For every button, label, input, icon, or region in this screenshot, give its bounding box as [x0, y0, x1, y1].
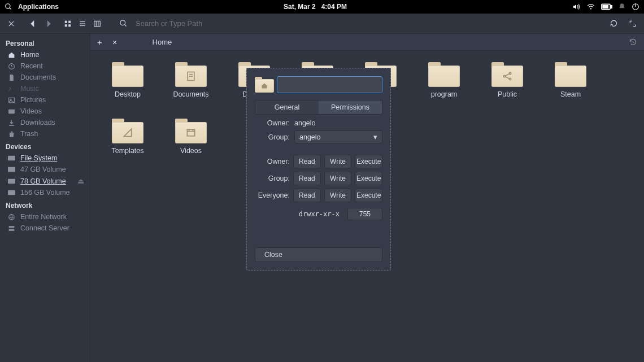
path-input[interactable]: [136, 19, 271, 28]
wifi-icon[interactable]: [586, 3, 595, 11]
sidebar-item-home[interactable]: Home: [0, 49, 90, 60]
sidebar-item-label: Downloads: [20, 119, 55, 127]
svg-rect-42: [187, 129, 194, 136]
volume-icon[interactable]: [572, 3, 581, 11]
breadcrumb[interactable]: Home: [153, 38, 172, 46]
panel-date[interactable]: Sat, Mar 2: [284, 3, 316, 11]
sidebar-item-label: Music: [20, 85, 39, 93]
applications-menu[interactable]: Applications: [18, 3, 59, 11]
everyone-read-toggle[interactable]: Read: [293, 189, 321, 202]
svg-rect-26: [8, 156, 15, 161]
group-value: angelo: [299, 133, 321, 141]
sidebar-header-personal: Personal: [0, 36, 90, 49]
folder-steam[interactable]: Steam: [539, 62, 602, 119]
owner-execute-toggle[interactable]: Execute: [355, 155, 382, 168]
group-dropdown[interactable]: angelo▾: [294, 130, 382, 143]
search-icon[interactable]: [5, 3, 12, 11]
everyone-execute-toggle[interactable]: Execute: [355, 189, 382, 202]
dialog-folder-icon: [255, 77, 271, 93]
folder-label: Public: [498, 90, 517, 98]
window-toolbar: [0, 14, 644, 34]
svg-point-39: [503, 75, 505, 77]
owner-write-toggle[interactable]: Write: [324, 155, 352, 168]
sidebar-item-volume-47[interactable]: 47 GB Volume: [0, 164, 90, 175]
desktop-top-panel: Applications Sat, Mar 2 4:04 PM: [0, 0, 644, 14]
owner-read-toggle[interactable]: Read: [293, 155, 321, 168]
close-icon[interactable]: [5, 17, 18, 30]
tab-general[interactable]: General: [255, 101, 319, 114]
search-icon[interactable]: [116, 17, 130, 30]
group-read-toggle[interactable]: Read: [293, 172, 321, 185]
sidebar-header-devices: Devices: [0, 139, 90, 152]
svg-rect-32: [9, 229, 15, 230]
folder-program[interactable]: program: [412, 62, 476, 119]
sidebar-item-volume-78[interactable]: 78 GB Volume⏏: [0, 175, 90, 187]
svg-rect-25: [8, 109, 15, 114]
mode-octal-input[interactable]: 755: [347, 208, 382, 220]
sidebar-item-filesystem[interactable]: File System: [0, 152, 90, 164]
tab-permissions[interactable]: Permissions: [319, 101, 382, 114]
sidebar-item-music[interactable]: ♪Music: [0, 83, 90, 94]
sidebar-item-label: 47 GB Volume: [20, 165, 66, 173]
mode-text: drwxr-xr-x: [299, 210, 340, 218]
maximize-icon[interactable]: [626, 17, 639, 30]
sidebar-header-network: Network: [0, 198, 90, 211]
notifications-icon[interactable]: [618, 3, 626, 11]
folder-label: Desktop: [115, 90, 141, 98]
sidebar-item-label: 78 GB Volume: [20, 177, 66, 185]
refresh-icon[interactable]: [607, 17, 620, 30]
dialog-name-input[interactable]: [277, 76, 382, 93]
svg-point-0: [6, 4, 10, 8]
close-tab-button[interactable]: ×: [110, 37, 120, 47]
sidebar-item-documents[interactable]: Documents: [0, 72, 90, 83]
folder-desktop[interactable]: Desktop: [96, 62, 159, 119]
sidebar-item-entire-network[interactable]: Entire Network: [0, 211, 90, 223]
svg-point-20: [120, 20, 125, 25]
sidebar-item-label: Home: [20, 51, 39, 59]
group-write-toggle[interactable]: Write: [324, 172, 352, 185]
folder-public[interactable]: Public: [476, 62, 539, 119]
sidebar-item-trash[interactable]: Trash: [0, 128, 90, 139]
sidebar-item-recent[interactable]: Recent: [0, 60, 90, 72]
new-tab-button[interactable]: +: [95, 37, 105, 47]
svg-rect-17: [94, 21, 101, 26]
forward-icon[interactable]: [42, 17, 55, 30]
sidebar-item-pictures[interactable]: Pictures: [0, 94, 90, 106]
properties-dialog: General Permissions Owner: angelo Group:…: [246, 68, 391, 271]
folder-templates[interactable]: Templates: [96, 119, 159, 175]
perm-group-label: Group:: [255, 175, 290, 182]
folder-label: Steam: [560, 90, 581, 98]
sidebar-item-volume-156[interactable]: 156 GB Volume: [0, 187, 90, 198]
sidebar-item-label: Videos: [20, 107, 42, 115]
svg-point-40: [509, 72, 511, 74]
view-grid-icon[interactable]: [61, 17, 75, 30]
svg-rect-13: [68, 24, 71, 27]
svg-point-41: [509, 78, 511, 80]
eject-icon[interactable]: ⏏: [77, 177, 84, 185]
view-columns-icon[interactable]: [90, 17, 104, 30]
svg-rect-4: [611, 6, 612, 8]
sidebar-item-downloads[interactable]: Downloads: [0, 117, 90, 128]
owner-label: Owner:: [255, 119, 290, 127]
sidebar-item-label: 156 GB Volume: [20, 189, 70, 197]
svg-rect-12: [65, 24, 67, 27]
svg-rect-29: [8, 190, 15, 195]
svg-line-1: [10, 8, 11, 10]
sidebar: Personal Home Recent Documents ♪Music Pi…: [0, 34, 90, 362]
power-icon[interactable]: [632, 3, 639, 11]
folder-documents[interactable]: Documents: [159, 62, 223, 119]
sidebar-item-label: Recent: [20, 62, 43, 70]
svg-line-21: [124, 24, 126, 26]
group-execute-toggle[interactable]: Execute: [355, 172, 382, 185]
close-button[interactable]: Close: [255, 247, 382, 262]
history-icon[interactable]: [626, 36, 639, 49]
folder-videos[interactable]: Videos: [159, 119, 223, 175]
sidebar-item-videos[interactable]: Videos: [0, 106, 90, 117]
view-list-icon[interactable]: [76, 17, 89, 30]
everyone-write-toggle[interactable]: Write: [324, 189, 352, 202]
battery-icon[interactable]: [601, 3, 612, 10]
sidebar-item-connect-server[interactable]: Connect Server: [0, 223, 90, 234]
perm-owner-label: Owner:: [255, 158, 290, 165]
back-icon[interactable]: [26, 17, 40, 30]
panel-time[interactable]: 4:04 PM: [321, 3, 347, 11]
